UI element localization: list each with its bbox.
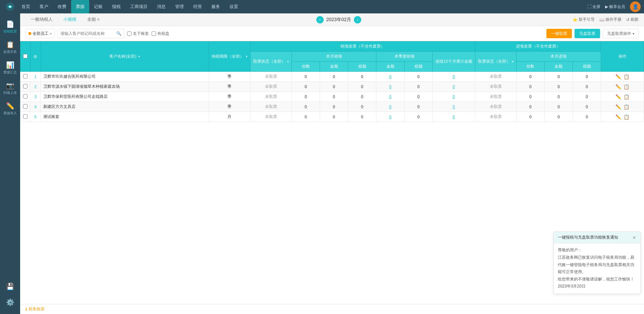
my-accounts-checkbox-label[interactable]: 名下账套 bbox=[127, 31, 149, 37]
refresh-link[interactable]: ↺ 刷新 bbox=[626, 17, 639, 22]
row-sales-annual[interactable]: 0 bbox=[453, 115, 455, 119]
row-checkbox[interactable] bbox=[23, 94, 28, 99]
row-purchase-status: 未取票 bbox=[490, 94, 502, 99]
search-input[interactable] bbox=[60, 31, 116, 36]
one-key-get-button[interactable]: 一键取票 bbox=[546, 29, 572, 38]
nav-fee[interactable]: 收费 bbox=[53, 0, 71, 13]
row-sales-qtr-tax-cell: 0 bbox=[405, 112, 433, 122]
nav-client[interactable]: 客户 bbox=[35, 0, 53, 13]
row-number: 4 bbox=[34, 105, 37, 109]
row-purchase-status: 未取票 bbox=[490, 104, 502, 109]
row-checkbox[interactable] bbox=[23, 114, 28, 119]
edit-icon[interactable]: ✏️ bbox=[615, 94, 621, 100]
has-tax-disk-checkbox[interactable] bbox=[152, 32, 156, 36]
data-table-container: ⚙ 客户名称(全部) ▾ 纳税期限（全部） ▾ 销项发票（不含作废票） 进项发票… bbox=[20, 41, 644, 304]
customer-header: 客户名称(全部) ▾ bbox=[41, 42, 209, 72]
row-checkbox[interactable] bbox=[23, 74, 28, 78]
settings-icon[interactable]: ⚙ bbox=[34, 54, 37, 59]
sidebar-item-invoice-summary[interactable]: 📊 票据汇总 bbox=[0, 58, 20, 78]
prev-period-button[interactable]: ‹ bbox=[316, 16, 324, 23]
sidebar-item-scan-upload[interactable]: 📷 扫描上传 bbox=[0, 78, 20, 99]
checkbox-header bbox=[20, 42, 31, 72]
row-sales-month-amount-cell: 0 bbox=[320, 82, 348, 92]
edit-icon[interactable]: ✏️ bbox=[615, 84, 621, 89]
nav-operation[interactable]: 经营 bbox=[189, 0, 207, 13]
row-purchase-month-tax-cell: 0 bbox=[573, 82, 601, 92]
row-sales-annual[interactable]: 0 bbox=[453, 95, 455, 99]
detail-icon[interactable]: 📋 bbox=[624, 84, 629, 89]
logo[interactable] bbox=[3, 0, 17, 13]
row-checkbox[interactable] bbox=[23, 84, 28, 88]
no-disk-get-button[interactable]: 无盘取票 bbox=[575, 29, 600, 38]
edit-icon[interactable]: ✏️ bbox=[615, 74, 621, 79]
tab-general-taxpayer[interactable]: 一般纳税人 bbox=[25, 12, 58, 27]
row-sales-annual[interactable]: 0 bbox=[453, 74, 455, 79]
detail-icon[interactable]: 📋 bbox=[624, 94, 629, 100]
manual-link[interactable]: 📖 操作手册 bbox=[599, 17, 622, 22]
customer-filter-icon[interactable]: ▾ bbox=[138, 55, 140, 58]
row-sales-month-tax-cell: 0 bbox=[348, 102, 376, 112]
no-disk-ops-button[interactable]: 无盘取票操作 ▾ bbox=[603, 29, 639, 38]
edit-icon[interactable]: ✏️ bbox=[615, 114, 621, 120]
edit-icon[interactable]: ✏️ bbox=[615, 104, 621, 110]
notification-header: 一键报税与无盘取票功能恢复通知 ✕ bbox=[554, 232, 640, 243]
invoice-open-icon: 📋 bbox=[6, 41, 14, 49]
row-sales-annual[interactable]: 0 bbox=[453, 84, 455, 89]
row-customer-name: 卫辉市玖玖健合医药有限公司 bbox=[43, 74, 96, 79]
nav-invoice[interactable]: 票据 bbox=[71, 0, 89, 13]
sales-status-filter-icon[interactable]: ▾ bbox=[287, 60, 289, 63]
employee-select[interactable]: 全部员工 ▾ bbox=[25, 29, 55, 38]
row-purchase-status: 未取票 bbox=[490, 74, 502, 79]
detail-icon[interactable]: 📋 bbox=[624, 104, 629, 110]
fullscreen-button[interactable]: ⛶ 全屏 bbox=[587, 4, 600, 10]
purchase-status-filter-icon[interactable]: ▾ bbox=[512, 60, 514, 63]
row-checkbox[interactable] bbox=[23, 104, 28, 109]
row-sales-status: 未取票 bbox=[265, 104, 277, 109]
row-sales-qtr-tax-cell: 0 bbox=[405, 82, 433, 92]
vip-button[interactable]: ▶ 畅享会员 bbox=[605, 4, 625, 10]
has-tax-disk-checkbox-label[interactable]: 有税盘 bbox=[152, 31, 169, 37]
period-filter-icon[interactable]: ▾ bbox=[246, 55, 248, 58]
nav-message[interactable]: 消息 bbox=[152, 0, 170, 13]
nav-home[interactable]: 首页 bbox=[17, 0, 35, 13]
row-purchase-month-amount: 0 bbox=[557, 84, 560, 89]
avatar[interactable]: 👤 bbox=[630, 1, 641, 12]
sidebar-item-download[interactable]: 💾 bbox=[6, 279, 14, 295]
no-disk-ops-label: 无盘取票操作 bbox=[607, 31, 631, 37]
tab-small-scale[interactable]: 小规模 bbox=[58, 12, 82, 27]
new-guide-link[interactable]: ⭐ 新手引导 bbox=[573, 17, 595, 22]
detail-icon[interactable]: 📋 bbox=[624, 74, 629, 79]
next-period-button[interactable]: › bbox=[354, 16, 361, 23]
sidebar-item-scan-upload-label: 扫描上传 bbox=[3, 90, 17, 95]
nav-tax[interactable]: 报税 bbox=[107, 0, 125, 13]
sub-nav-actions: ⭐ 新手引导 📖 操作手册 ↺ 刷新 bbox=[573, 17, 639, 22]
notification-close-button[interactable]: ✕ bbox=[632, 235, 636, 240]
nav-business[interactable]: 工商项目 bbox=[125, 0, 152, 13]
nav-manage[interactable]: 管理 bbox=[170, 0, 189, 13]
row-sales-qtr-amount-cell: 0 bbox=[376, 102, 405, 112]
select-all-checkbox[interactable] bbox=[23, 54, 28, 58]
row-sales-qtr-amount[interactable]: 0 bbox=[389, 74, 391, 79]
nav-settings[interactable]: 设置 bbox=[225, 0, 243, 13]
row-sales-month-count: 0 bbox=[305, 115, 307, 119]
nav-service[interactable]: 服务 bbox=[207, 0, 225, 13]
sidebar-item-invoice-open[interactable]: 📋 发票开具 bbox=[0, 37, 20, 58]
row-sales-qtr-amount[interactable]: 0 bbox=[389, 115, 391, 119]
row-sales-qtr-amount[interactable]: 0 bbox=[389, 95, 391, 99]
row-sales-annual-cell: 0 bbox=[433, 82, 475, 92]
row-purchase-status-cell: 未取票 bbox=[475, 82, 516, 92]
row-sales-annual[interactable]: 0 bbox=[453, 105, 455, 109]
tax-policy-link[interactable]: ℹ 税务政策 bbox=[25, 306, 45, 312]
tab-all[interactable]: 全能 ⊕ bbox=[82, 12, 105, 27]
sidebar-item-invoice-entry[interactable]: ✏️ 票据录入 bbox=[0, 99, 20, 119]
my-accounts-checkbox[interactable] bbox=[127, 32, 131, 36]
search-icon[interactable]: 🔍 bbox=[116, 31, 121, 36]
sidebar-item-help[interactable]: ⚙️ bbox=[6, 295, 14, 311]
sidebar-item-smart-get[interactable]: 📄 智能取票 bbox=[0, 17, 20, 37]
detail-icon[interactable]: 📋 bbox=[624, 114, 629, 120]
sales-header-group: 销项发票（不含作废票） bbox=[250, 42, 475, 52]
row-sales-qtr-amount[interactable]: 0 bbox=[389, 105, 391, 109]
nav-bookkeeping[interactable]: 记账 bbox=[89, 0, 107, 13]
row-sales-qtr-amount[interactable]: 0 bbox=[389, 84, 391, 89]
row-sales-annual-cell: 0 bbox=[433, 92, 475, 102]
